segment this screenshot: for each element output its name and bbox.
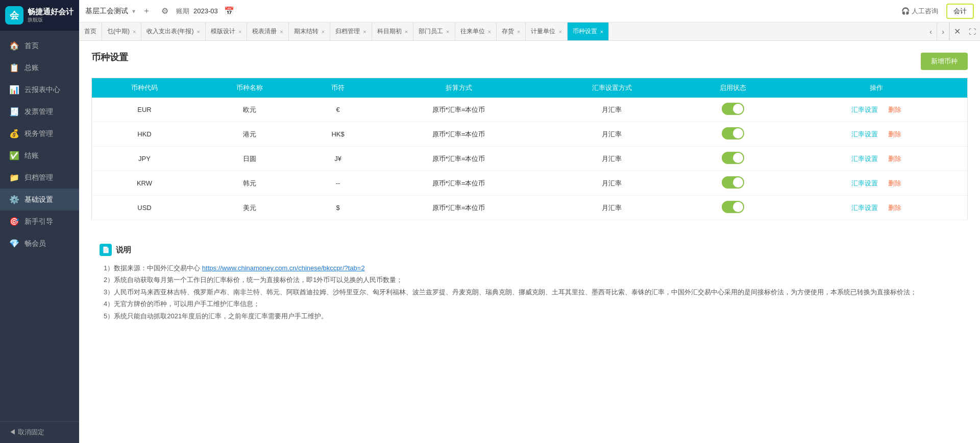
tax-icon: 💰	[9, 129, 19, 138]
new-currency-btn[interactable]: 新增币种	[921, 53, 968, 70]
tab-label-archive: 归档管理	[335, 27, 360, 36]
cell-symbol-1: HK$	[302, 122, 374, 147]
invoice-icon: 🧾	[9, 107, 19, 116]
rate-setting-link-1[interactable]: 汇率设置	[851, 130, 878, 138]
sidebar-item-invoice[interactable]: 🧾发票管理	[0, 101, 79, 123]
sidebar-label-tax: 税务管理	[24, 129, 53, 138]
sidebar-item-settings[interactable]: ⚙️基础设置	[0, 189, 79, 211]
tab-unit[interactable]: 计量单位×	[526, 22, 567, 40]
note-item-3: 4）无官方牌价的币种，可以用户手工维护汇率信息；	[104, 298, 960, 310]
sidebar-item-member[interactable]: 💎畅会员	[0, 232, 79, 254]
cell-toggle-1[interactable]	[680, 122, 785, 147]
tab-close-currency[interactable]: ×	[600, 29, 603, 35]
cell-code-0: EUR	[92, 98, 197, 122]
tab-label-closing: 期末结转	[294, 27, 318, 36]
toggle-2[interactable]	[722, 152, 744, 164]
delete-link-0[interactable]: 删除	[888, 106, 901, 113]
toggle-3[interactable]	[722, 176, 744, 189]
tab-next-btn[interactable]: ›	[937, 22, 949, 40]
sidebar-label-home: 首页	[24, 41, 39, 51]
settings-btn[interactable]: ⚙	[158, 4, 172, 18]
tab-template[interactable]: 模版设计×	[206, 22, 247, 40]
cell-actions-0: 汇率设置 删除	[785, 98, 967, 122]
expand-btn[interactable]: ⛶	[965, 22, 980, 40]
cell-toggle-3[interactable]	[680, 171, 785, 196]
tab-tax[interactable]: 税表清册×	[247, 22, 288, 40]
cell-rate-3: 月汇率	[543, 171, 680, 196]
tab-close-unit[interactable]: ×	[558, 29, 561, 35]
cell-name-3: 韩元	[197, 171, 302, 196]
sidebar-logo: 会 畅捷通好会计 旗舰版	[0, 0, 79, 31]
tab-close-subject[interactable]: ×	[405, 29, 408, 35]
col-symbol: 币符	[302, 78, 374, 98]
tab-close-template[interactable]: ×	[238, 29, 241, 35]
account-btn[interactable]: 会计	[946, 4, 974, 19]
sidebar-item-home[interactable]: 🏠首页	[0, 35, 79, 57]
sidebar-item-tax[interactable]: 💰税务管理	[0, 123, 79, 145]
cell-actions-4: 汇率设置 删除	[785, 196, 967, 220]
delete-link-4[interactable]: 删除	[888, 204, 901, 212]
tab-close-dept[interactable]: ×	[446, 29, 449, 35]
delete-link-1[interactable]: 删除	[888, 130, 901, 138]
tab-prev-btn[interactable]: ‹	[925, 22, 937, 40]
sidebar-item-archive[interactable]: 📁归档管理	[0, 167, 79, 189]
col-status: 启用状态	[680, 78, 785, 98]
tab-label-partner: 往来单位	[460, 27, 485, 36]
tab-period[interactable]: 乜(中期)×	[102, 22, 141, 40]
sidebar-label-settings: 基础设置	[24, 195, 53, 204]
cell-symbol-2: J¥	[302, 147, 374, 171]
tab-home[interactable]: 首页	[79, 22, 102, 40]
add-tab-btn[interactable]: ＋	[139, 4, 154, 18]
cell-toggle-0[interactable]	[680, 98, 785, 122]
archive-icon: 📁	[9, 173, 19, 182]
close-all-tabs-btn[interactable]: ✕	[949, 22, 965, 40]
cell-conversion-0: 原币*汇率=本位币	[374, 98, 543, 122]
sidebar-label-archive: 归档管理	[24, 173, 53, 182]
tab-close-period[interactable]: ×	[133, 29, 136, 35]
tab-partner[interactable]: 往来单位×	[455, 22, 497, 40]
tab-subject[interactable]: 科目期初×	[372, 22, 413, 40]
sidebar-footer[interactable]: ◀ 取消固定	[0, 421, 79, 443]
cell-code-4: USD	[92, 196, 197, 220]
rate-setting-link-3[interactable]: 汇率设置	[851, 179, 878, 187]
toggle-4[interactable]	[722, 201, 744, 213]
sidebar-item-ledger[interactable]: 📋总账	[0, 57, 79, 79]
tab-dept[interactable]: 部门员工×	[413, 22, 455, 40]
tab-inventory[interactable]: 存货×	[497, 22, 526, 40]
tab-close-inventory[interactable]: ×	[517, 29, 520, 35]
calendar-icon[interactable]: 📅	[222, 4, 236, 18]
rate-setting-link-0[interactable]: 汇率设置	[851, 106, 878, 113]
table-row: EUR 欧元 € 原币*汇率=本位币 月汇率 汇率设置 删除	[92, 98, 968, 122]
logo-sub: 旗舰版	[28, 16, 74, 24]
col-actions: 操作	[785, 78, 967, 98]
sidebar-item-closing[interactable]: ✅结账	[0, 145, 79, 167]
tab-label-inventory: 存货	[502, 27, 514, 36]
cell-toggle-4[interactable]	[680, 196, 785, 220]
tab-close-partner[interactable]: ×	[488, 29, 491, 35]
cell-rate-1: 月汇率	[543, 122, 680, 147]
cell-symbol-3: --	[302, 171, 374, 196]
tab-close-closing[interactable]: ×	[322, 29, 325, 35]
sidebar-item-reports[interactable]: 📊云报表中心	[0, 79, 79, 101]
tab-close-archive[interactable]: ×	[363, 29, 366, 35]
ledger-icon: 📋	[9, 63, 19, 73]
tab-archive[interactable]: 归档管理×	[330, 22, 372, 40]
delete-link-3[interactable]: 删除	[888, 179, 901, 187]
tab-close-income[interactable]: ×	[197, 29, 200, 35]
tab-close-tax[interactable]: ×	[280, 29, 283, 35]
cell-toggle-2[interactable]	[680, 147, 785, 171]
sidebar-label-guide: 新手引导	[24, 217, 53, 226]
note-link[interactable]: https://www.chinamoney.com.cn/chinese/bk…	[202, 264, 365, 272]
cell-name-0: 欧元	[197, 98, 302, 122]
tab-income[interactable]: 收入支出表(年报)×	[141, 22, 205, 40]
tab-closing[interactable]: 期末结转×	[289, 22, 330, 40]
help-btn[interactable]: 🎧 人工咨询	[901, 7, 938, 16]
rate-setting-link-4[interactable]: 汇率设置	[851, 204, 878, 212]
sidebar-item-guide[interactable]: 🎯新手引导	[0, 211, 79, 232]
project-dropdown-icon[interactable]: ▾	[132, 8, 135, 15]
tab-currency[interactable]: 币种设置×	[568, 22, 609, 40]
rate-setting-link-2[interactable]: 汇率设置	[851, 155, 878, 162]
delete-link-2[interactable]: 删除	[888, 155, 901, 162]
toggle-1[interactable]	[722, 127, 744, 139]
toggle-0[interactable]	[722, 103, 744, 115]
